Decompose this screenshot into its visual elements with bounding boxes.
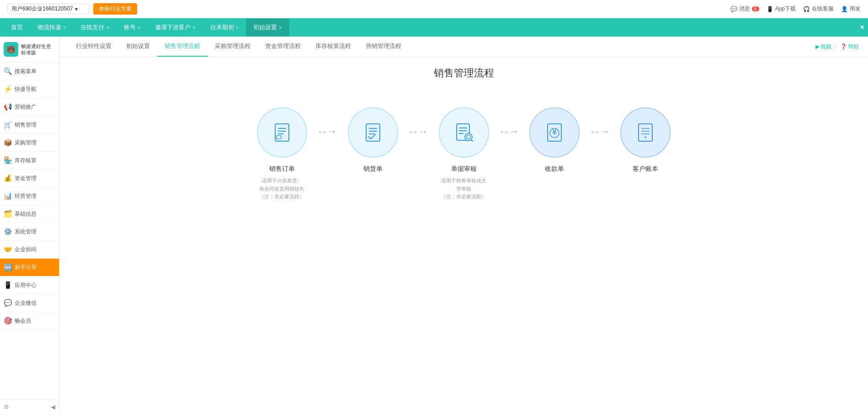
- nav-invite[interactable]: 邀请下游客户 ×: [148, 18, 202, 37]
- subtab-purchase-flow[interactable]: 采购管理流程: [208, 37, 258, 57]
- lightning-icon: ⚡: [4, 85, 12, 93]
- flow-step-5: ¥ 客户账本: [609, 107, 682, 177]
- sales-icon: 🛒: [4, 121, 12, 129]
- sidebar-appstore-label: 应用中心: [15, 281, 37, 289]
- wechat-icon: 💬: [4, 299, 12, 307]
- member-icon: 🎯: [4, 317, 12, 325]
- nav-home[interactable]: 首页: [4, 18, 30, 37]
- sidebar-item-finance[interactable]: 💰 资金管理: [0, 170, 59, 187]
- nav-bar: 首页 物流快递 × 在线支付 × 账号 × 邀请下游客户 × 往来期初 × 初始…: [0, 18, 868, 37]
- system-icon: ⚙️: [4, 228, 12, 236]
- nav-period-close[interactable]: ×: [236, 25, 239, 30]
- sidebar-item-quicknav[interactable]: ⚡ 快捷导航: [0, 80, 59, 98]
- nav-logistics-label: 物流快递: [37, 23, 61, 32]
- top-bar-left: 用户690企业1660120507 ▾ 体验行业方案: [7, 3, 137, 15]
- subtab-finance-flow[interactable]: 资金管理流程: [258, 37, 308, 57]
- sidebar-item-inventory[interactable]: 🏪 库存核算: [0, 152, 59, 170]
- nav-payment-label: 在线支付: [80, 23, 104, 32]
- trial-button[interactable]: 体验行业方案: [93, 3, 137, 15]
- nav-init-close[interactable]: ×: [279, 25, 282, 30]
- nav-invite-close[interactable]: ×: [192, 25, 195, 30]
- top-bar: 用户690企业1660120507 ▾ 体验行业方案 💬 消息 6 📱 App下…: [0, 0, 868, 18]
- nav-payment-close[interactable]: ×: [106, 25, 109, 30]
- nav-period-label: 往来期初: [210, 23, 234, 32]
- nav-init-label: 初始设置: [253, 23, 277, 32]
- page-content: 销售管理流程 销售订单 适用于分批发货、有合同: [59, 57, 868, 414]
- sidebar-quicknav-label: 快捷导航: [15, 85, 37, 93]
- user-selector[interactable]: 用户690企业1660120507 ▾: [7, 4, 90, 14]
- nav-account-close[interactable]: ×: [138, 25, 140, 30]
- svg-rect-5: [366, 124, 380, 141]
- nav-account-label: 账号: [124, 23, 136, 32]
- flow-circle-3: [439, 107, 489, 158]
- sidebar-settings-icon[interactable]: ⚙: [4, 403, 9, 410]
- subtab-initial[interactable]: 初始设置: [119, 37, 157, 57]
- sidebar: 🐻 畅捷通好生意 标准版 🔍 搜索菜单 ⚡ 快捷导航 📢 营销推广 🛒 销售管理…: [0, 37, 59, 414]
- video-link[interactable]: ▶ 视频: [815, 43, 831, 51]
- nav-init[interactable]: 初始设置 ×: [246, 18, 289, 37]
- sidebar-enterprise-label: 企业协同: [15, 246, 37, 254]
- sidebar-item-basic[interactable]: 🗂️ 基础信息: [0, 205, 59, 223]
- main-layout: 🐻 畅捷通好生意 标准版 🔍 搜索菜单 ⚡ 快捷导航 📢 营销推广 🛒 销售管理…: [0, 37, 868, 414]
- dropdown-icon: ▾: [75, 6, 78, 12]
- sidebar-item-management[interactable]: 📊 经营管理: [0, 187, 59, 205]
- subtab-industry-label: 行业特性设置: [76, 42, 112, 49]
- nav-home-label: 首页: [11, 23, 23, 32]
- sidebar-item-member[interactable]: 🎯 畅会员: [0, 312, 59, 330]
- sidebar-collapse-icon[interactable]: ◀: [51, 403, 55, 410]
- nav-period[interactable]: 往来期初 ×: [203, 18, 246, 37]
- subtab-initial-label: 初始设置: [126, 42, 150, 49]
- logo-text: 畅捷通好生意 标准版: [21, 43, 51, 56]
- message-icon: 💬: [730, 6, 737, 12]
- user-selector-text: 用户690企业1660120507: [11, 5, 73, 13]
- subtab-marketing-flow[interactable]: 营销管理流程: [358, 37, 409, 57]
- user-item[interactable]: 👤 用友: [841, 5, 861, 13]
- subtab-marketing-flow-label: 营销管理流程: [366, 42, 401, 49]
- sidebar-footer: ⚙ ◀: [0, 399, 59, 414]
- subtab-industry[interactable]: 行业特性设置: [69, 37, 119, 57]
- online-service-item[interactable]: 🎧 在线客服: [803, 5, 834, 13]
- app-download-item[interactable]: 📱 App下载: [767, 5, 796, 13]
- sidebar-item-appstore[interactable]: 📱 应用中心: [0, 276, 59, 294]
- flow-arrow-1: - - →: [319, 107, 336, 138]
- sidebar-item-sales[interactable]: 🛒 销售管理: [0, 116, 59, 134]
- message-item[interactable]: 💬 消息 6: [730, 5, 759, 13]
- sidebar-logo: 🐻 畅捷通好生意 标准版: [0, 37, 59, 63]
- flow-step-1: 销售订单 适用于分批发货、有合同发货周期较长（注：非必要流程）: [245, 107, 319, 201]
- sidebar-finance-label: 资金管理: [15, 175, 37, 182]
- flow-step-4: ¥ 收款单: [518, 107, 591, 177]
- help-label: 帮助: [848, 43, 859, 51]
- headset-icon: 🎧: [803, 6, 810, 12]
- sidebar-item-wechat[interactable]: 💬 企业微信: [0, 294, 59, 312]
- sidebar-item-marketing[interactable]: 📢 营销推广: [0, 98, 59, 116]
- page-title: 销售管理流程: [69, 66, 859, 80]
- sidebar-item-guide[interactable]: 🆕 新手引导: [0, 259, 59, 276]
- nav-account[interactable]: 账号 ×: [117, 18, 148, 37]
- subtab-finance-flow-label: 资金管理流程: [265, 42, 301, 49]
- subtab-inventory-flow[interactable]: 库存核算流程: [308, 37, 358, 57]
- nav-logistics[interactable]: 物流快递 ×: [30, 18, 73, 37]
- basic-icon: 🗂️: [4, 210, 12, 218]
- flow-diagram: 销售订单 适用于分批发货、有合同发货周期较长（注：非必要流程） - - →: [69, 107, 859, 201]
- flow-step-3-label: 单据审核: [451, 165, 477, 173]
- sidebar-item-search[interactable]: 🔍 搜索菜单: [0, 63, 59, 80]
- flow-step-1-desc: 适用于分批发货、有合同发货周期较长（注：非必要流程）: [259, 177, 304, 201]
- flow-step-2-label: 销货单: [363, 165, 383, 173]
- nav-close-all-button[interactable]: ×: [860, 23, 864, 32]
- flow-arrow-3: - - →: [501, 107, 518, 138]
- subtab-purchase-flow-label: 采购管理流程: [215, 42, 250, 49]
- play-icon: ▶: [815, 43, 820, 50]
- sub-tabs-right: ▶ 视频 | ❓ 帮助: [815, 43, 859, 51]
- sidebar-guide-label: 新手引导: [15, 264, 37, 271]
- help-link[interactable]: ❓ 帮助: [840, 43, 859, 51]
- sidebar-item-enterprise[interactable]: 🤝 企业协同: [0, 241, 59, 259]
- nav-payment[interactable]: 在线支付 ×: [73, 18, 116, 37]
- nav-logistics-close[interactable]: ×: [63, 25, 66, 30]
- flow-step-2: 销货单: [336, 107, 410, 177]
- sidebar-item-purchase[interactable]: 📦 采购管理: [0, 134, 59, 152]
- guide-icon: 🆕: [4, 263, 12, 271]
- logo-line1: 畅捷通好生意: [21, 43, 51, 49]
- flow-circle-4: ¥: [529, 107, 580, 158]
- sidebar-item-system[interactable]: ⚙️ 系统管理: [0, 223, 59, 241]
- subtab-sales-flow[interactable]: 销售管理流程: [157, 37, 208, 57]
